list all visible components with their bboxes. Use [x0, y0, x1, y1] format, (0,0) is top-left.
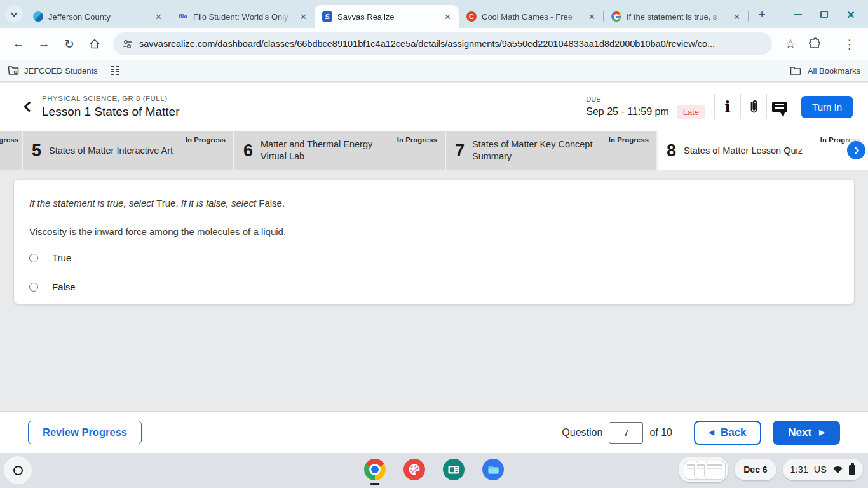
window-preview-button[interactable] — [679, 457, 728, 482]
tab-savvas-realize[interactable]: S Savvas Realize ✕ — [315, 5, 459, 28]
shelf-apps — [364, 459, 504, 480]
assignment-item-6[interactable]: 6 Matter and Thermal Energy Virtual Lab … — [234, 131, 446, 170]
bookmark-jefcoed-students[interactable]: JEFCOED Students — [8, 65, 98, 76]
option-true[interactable]: True — [29, 252, 839, 263]
url-text: savvasrealize.com/dashboard/classes/66bd… — [139, 39, 715, 49]
back-chevron-icon[interactable] — [24, 102, 35, 112]
jefferson-favicon-icon — [33, 11, 43, 22]
files-app-button[interactable] — [482, 459, 504, 480]
close-window-button[interactable]: ✕ — [845, 9, 857, 20]
coolmath-favicon-icon: C — [466, 11, 477, 22]
all-bookmarks-label[interactable]: All Bookmarks — [808, 66, 860, 76]
scroll-next-button[interactable] — [847, 141, 865, 159]
comments-button[interactable] — [767, 102, 792, 112]
toolbar-right: ☆ ⋮ — [781, 34, 859, 53]
files-folder-icon — [482, 459, 504, 480]
wifi-icon — [832, 465, 843, 474]
due-block: DUE Sep 25 - 11:59 pm Late — [586, 95, 705, 119]
attachments-button[interactable] — [741, 98, 766, 115]
assignment-item-8-active[interactable]: 8 States of Matter Lesson Quiz In Progre… — [658, 131, 868, 170]
instruction-part: False. — [259, 198, 285, 208]
close-icon[interactable]: ✕ — [443, 12, 452, 22]
next-label: Next — [788, 426, 811, 439]
shelf-status-tray: Dec 6 1:31 US — [679, 457, 863, 482]
tab-search-button[interactable] — [5, 5, 23, 23]
item-number: 8 — [667, 141, 676, 161]
tab-title: Cool Math Games - Free — [482, 12, 582, 22]
late-status-badge: Late — [677, 105, 705, 119]
question-nav-bar: Review Progress Question of 10 ◀ Back Ne… — [0, 411, 868, 453]
question-number-input[interactable] — [609, 422, 643, 444]
triangle-left-icon: ◀ — [709, 428, 714, 437]
instruction-part: True. — [156, 198, 178, 208]
chrome-app-button[interactable] — [364, 459, 386, 480]
toolbar-divider — [831, 38, 831, 50]
system-tray-button[interactable]: 1:31 US — [783, 459, 863, 480]
reload-button[interactable]: ↻ — [60, 34, 79, 53]
restore-button[interactable] — [818, 9, 830, 20]
home-button[interactable] — [85, 34, 104, 53]
google-favicon-icon — [611, 11, 621, 22]
new-tab-button[interactable]: + — [754, 6, 770, 23]
close-icon[interactable]: ✕ — [299, 12, 308, 22]
back-button[interactable]: ← — [9, 34, 28, 53]
option-label: False — [52, 281, 76, 292]
turn-in-button[interactable]: Turn In — [801, 96, 853, 118]
managed-folder-icon — [8, 65, 20, 76]
forward-button[interactable]: → — [34, 34, 53, 53]
kebab-menu-icon[interactable]: ⋮ — [840, 34, 859, 53]
bookmarks-divider — [783, 65, 783, 76]
close-icon[interactable]: ✕ — [732, 12, 742, 22]
question-statement: Viscosity is the inward force among the … — [29, 226, 839, 237]
extensions-puzzle-icon[interactable] — [809, 37, 822, 50]
paperclip-icon — [747, 98, 760, 115]
radio-button-true[interactable] — [29, 254, 38, 262]
question-label: Question — [562, 427, 602, 438]
bookmark-star-icon[interactable]: ☆ — [781, 34, 800, 53]
minimize-icon — [794, 14, 802, 15]
bookmarks-bar: JEFCOED Students All Bookmarks — [0, 60, 868, 82]
screencast-icon — [443, 459, 465, 480]
radio-button-false[interactable] — [29, 283, 38, 292]
tab-cool-math-games[interactable]: C Cool Math Games - Free ✕ — [459, 5, 603, 28]
date-button[interactable]: Dec 6 — [735, 459, 776, 480]
instruction-part: If the statement is true, select — [29, 198, 156, 208]
chromeos-shelf: Dec 6 1:31 US — [0, 453, 868, 488]
apps-grid-icon[interactable] — [111, 66, 120, 76]
back-question-button[interactable]: ◀ Back — [694, 421, 761, 445]
active-app-indicator — [370, 483, 380, 485]
back-label: Back — [721, 426, 747, 439]
assignment-item-7[interactable]: 7 States of Matter Key Concept Summary I… — [446, 131, 658, 170]
minimize-button[interactable] — [792, 9, 803, 20]
tab-google-search[interactable]: If the statement is true, s ✕ — [604, 5, 748, 28]
info-button[interactable]: i — [715, 99, 740, 115]
review-progress-button[interactable]: Review Progress — [28, 421, 142, 444]
folder-icon — [790, 66, 801, 76]
browser-toolbar: ← → ↻ savvasrealize.com/dashboard/classe… — [0, 28, 868, 60]
launcher-button[interactable] — [4, 456, 32, 484]
chevron-right-icon — [851, 147, 858, 154]
chat-icon — [772, 102, 787, 112]
close-icon[interactable]: ✕ — [154, 12, 163, 22]
next-question-button[interactable]: Next ▶ — [773, 421, 840, 445]
assignment-item-5[interactable]: 5 States of Matter Interactive Art In Pr… — [23, 131, 234, 170]
status-badge: In Progress — [609, 136, 649, 144]
option-false[interactable]: False — [29, 281, 839, 292]
tab-title: Filo Student: World's Only — [193, 12, 294, 22]
info-icon: i — [724, 99, 731, 115]
launcher-icon — [13, 466, 23, 475]
battery-icon — [849, 465, 855, 475]
site-settings-icon[interactable] — [122, 39, 133, 50]
close-icon[interactable]: ✕ — [587, 12, 597, 22]
item-number: 7 — [455, 141, 465, 161]
canvas-app-button[interactable] — [403, 459, 425, 480]
screencast-app-button[interactable] — [443, 459, 465, 480]
question-card: If the statement is true, select True. I… — [14, 180, 854, 304]
canvas-palette-icon — [403, 459, 425, 480]
tab-filo-student[interactable]: filo Filo Student: World's Only ✕ — [170, 5, 315, 28]
item-title: States of Matter Interactive Art — [49, 145, 173, 157]
assignment-item-overflow[interactable]: gress — [0, 131, 23, 170]
address-bar[interactable]: savvasrealize.com/dashboard/classes/66bd… — [113, 32, 772, 55]
status-badge: gress — [0, 136, 18, 144]
tab-jefferson-county[interactable]: Jefferson County ✕ — [25, 5, 170, 28]
